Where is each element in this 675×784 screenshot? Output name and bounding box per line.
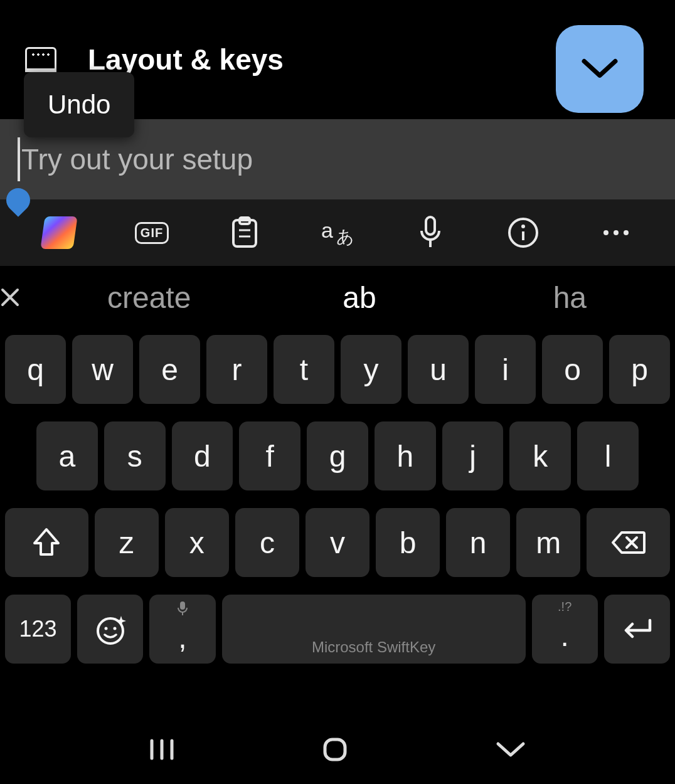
- key-k[interactable]: k: [509, 421, 571, 490]
- key-c[interactable]: c: [235, 508, 299, 577]
- clipboard-button[interactable]: [226, 214, 263, 252]
- text-cursor: [18, 137, 20, 181]
- mic-button[interactable]: [412, 214, 449, 252]
- close-icon: [0, 287, 20, 307]
- chevron-down-icon: [580, 56, 619, 82]
- suggestion-3[interactable]: ha: [465, 280, 675, 315]
- key-numbers[interactable]: 123: [5, 595, 71, 664]
- copilot-button[interactable]: [40, 214, 78, 252]
- key-a[interactable]: a: [36, 421, 98, 490]
- more-button[interactable]: [597, 214, 635, 252]
- info-icon: [507, 216, 539, 249]
- chevron-down-icon: [494, 740, 527, 759]
- copilot-icon: [40, 216, 77, 249]
- key-x[interactable]: x: [165, 508, 229, 577]
- key-row-2: a s d f g h j k l: [3, 421, 672, 490]
- space-label: Microsoft SwiftKey: [312, 638, 435, 656]
- suggestion-1[interactable]: create: [44, 280, 254, 315]
- key-row-3: z x c v b n m: [3, 508, 672, 577]
- key-v[interactable]: v: [306, 508, 369, 577]
- key-row-4: 123 , Microsoft SwiftKey: [3, 595, 672, 664]
- collapse-button[interactable]: [556, 25, 644, 113]
- nav-recents-button[interactable]: [148, 738, 176, 761]
- keyboard: q w e r t y u i o p a s d f g h j k l z …: [0, 329, 675, 666]
- key-n[interactable]: n: [446, 508, 510, 577]
- key-d[interactable]: d: [172, 421, 233, 490]
- key-emoji[interactable]: [77, 595, 143, 664]
- enter-icon: [620, 617, 654, 642]
- key-s[interactable]: s: [104, 421, 166, 490]
- key-u[interactable]: u: [408, 335, 469, 404]
- svg-point-13: [113, 627, 116, 630]
- key-g[interactable]: g: [307, 421, 368, 490]
- microphone-icon: [418, 216, 443, 250]
- key-r[interactable]: r: [206, 335, 267, 404]
- translate-button[interactable]: a あ: [319, 214, 356, 252]
- mic-hint-icon: [177, 601, 188, 616]
- key-y[interactable]: y: [341, 335, 401, 404]
- svg-rect-6: [426, 217, 435, 235]
- key-space[interactable]: Microsoft SwiftKey: [222, 595, 526, 664]
- period-label: .: [560, 618, 568, 653]
- keyboard-toolbar: GIF a あ: [0, 199, 675, 266]
- more-icon: [603, 230, 629, 235]
- svg-rect-19: [325, 739, 345, 760]
- key-q[interactable]: q: [5, 335, 66, 404]
- undo-popup[interactable]: Undo: [24, 72, 134, 137]
- key-e[interactable]: e: [139, 335, 200, 404]
- info-button[interactable]: [504, 214, 542, 252]
- home-icon: [321, 736, 349, 763]
- recents-icon: [148, 738, 176, 761]
- suggestion-2[interactable]: ab: [254, 280, 464, 315]
- translate-icon: a あ: [319, 218, 356, 248]
- svg-text:a: a: [321, 218, 333, 242]
- key-l[interactable]: l: [577, 421, 639, 490]
- key-f[interactable]: f: [239, 421, 300, 490]
- key-m[interactable]: m: [516, 508, 580, 577]
- key-p[interactable]: p: [609, 335, 670, 404]
- page-title: Layout & keys: [88, 43, 284, 77]
- key-j[interactable]: j: [442, 421, 504, 490]
- svg-point-12: [104, 627, 107, 630]
- backspace-icon: [612, 530, 646, 555]
- android-navbar: [0, 715, 675, 784]
- gif-button[interactable]: GIF: [133, 214, 171, 252]
- clipboard-icon: [231, 216, 258, 249]
- key-comma[interactable]: ,: [149, 595, 215, 664]
- keyboard-icon: [25, 47, 56, 72]
- key-row-1: q w e r t y u i o p: [3, 335, 672, 404]
- key-h[interactable]: h: [375, 421, 436, 490]
- key-z[interactable]: z: [95, 508, 159, 577]
- key-enter[interactable]: [604, 595, 670, 664]
- close-suggestions-button[interactable]: [0, 287, 44, 307]
- key-o[interactable]: o: [542, 335, 603, 404]
- key-b[interactable]: b: [376, 508, 440, 577]
- shift-icon: [32, 527, 61, 558]
- emoji-sparkle-icon: [93, 612, 127, 646]
- period-sub: .!?: [558, 600, 571, 614]
- svg-text:あ: あ: [336, 227, 354, 246]
- key-shift[interactable]: [5, 508, 88, 577]
- key-t[interactable]: t: [274, 335, 334, 404]
- key-period[interactable]: .!? .: [532, 595, 598, 664]
- nav-back-button[interactable]: [494, 740, 527, 759]
- nav-home-button[interactable]: [321, 736, 349, 763]
- suggestion-bar: create ab ha: [0, 266, 675, 329]
- svg-rect-14: [180, 601, 185, 610]
- key-backspace[interactable]: [587, 508, 670, 577]
- svg-point-11: [98, 618, 123, 644]
- svg-point-9: [521, 225, 525, 228]
- input-placeholder: Try out your setup: [21, 142, 253, 176]
- key-w[interactable]: w: [72, 335, 133, 404]
- key-i[interactable]: i: [475, 335, 536, 404]
- gif-icon: GIF: [135, 222, 169, 244]
- comma-label: ,: [178, 620, 186, 655]
